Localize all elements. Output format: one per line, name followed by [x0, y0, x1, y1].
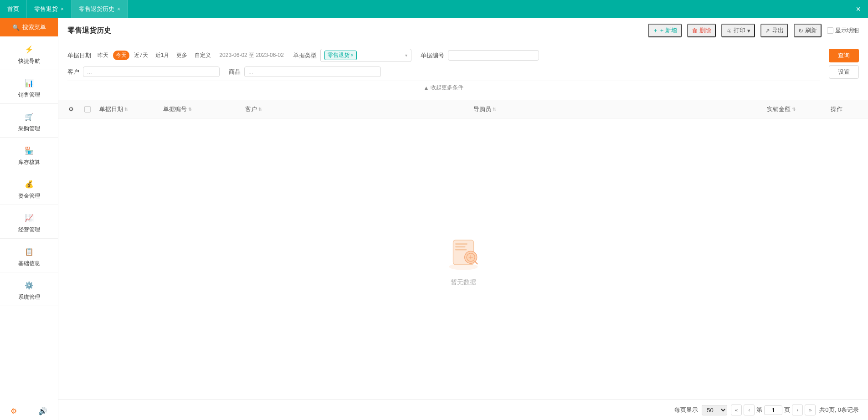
page-title: 零售退货历史	[67, 26, 111, 36]
sidebar-item-basic-info[interactable]: 📋 基础信息	[0, 239, 58, 272]
date-tab-more[interactable]: 更多	[174, 51, 190, 60]
sidebar-item-inventory[interactable]: 🏪 库存核算	[0, 138, 58, 171]
tab-home[interactable]: 首页	[0, 0, 27, 18]
tab-retail-return-history[interactable]: 零售退货历史 ×	[72, 0, 128, 18]
customer-input[interactable]: ...	[83, 67, 220, 77]
sidebar-item-basic-info-label: 基础信息	[18, 260, 40, 267]
export-button[interactable]: ↗ 导出	[760, 24, 788, 37]
sidebar-item-system[interactable]: ⚙️ 系统管理	[0, 272, 58, 306]
per-page-select[interactable]: 50 100 200	[702, 405, 727, 415]
pagination-bar: 每页显示 50 100 200 « ‹ 第 页 › » 共0页, 0条记录	[58, 400, 868, 420]
tab-home-label: 首页	[7, 5, 19, 13]
sidebar-item-quick-nav[interactable]: ⚡ 快捷导航	[0, 36, 58, 70]
sidebar-item-quick-nav-label: 快捷导航	[18, 57, 40, 65]
empty-state: 暂无数据	[58, 118, 868, 400]
sidebar-item-finance-label: 资金管理	[18, 192, 40, 200]
filter-row-2: 客户 ... 商品 ...	[67, 67, 820, 77]
delete-button[interactable]: 🗑 删除	[687, 24, 716, 37]
sales-mgmt-icon: 📊	[23, 77, 36, 89]
sidebar-item-operations[interactable]: 📈 经营管理	[0, 205, 58, 239]
page-first-button[interactable]: «	[731, 405, 742, 415]
bill-no-input[interactable]	[452, 52, 535, 59]
bill-type-tag: 零售退货 ×	[324, 51, 357, 60]
volume-icon[interactable]: 🔊	[38, 407, 47, 415]
settings-filter-button[interactable]: 设置	[829, 65, 859, 79]
main-layout: 🔍 搜索菜单 ⚡ 快捷导航 📊 销售管理 🛒 采购管理 🏪 库存核算 💰 资金管…	[0, 18, 868, 420]
svg-rect-3	[455, 246, 466, 247]
window-close-button[interactable]: ×	[848, 5, 868, 14]
select-all-checkbox[interactable]	[84, 106, 91, 113]
th-guide[interactable]: 导购员 ⇅	[470, 105, 543, 113]
print-button[interactable]: 🖨 打印 ▾	[721, 24, 755, 37]
page-number-input[interactable]	[764, 405, 782, 415]
tab-retail-return-close[interactable]: ×	[61, 6, 64, 12]
th-date[interactable]: 单据日期 ⇅	[96, 105, 159, 113]
th-billno[interactable]: 单据编号 ⇅	[159, 105, 241, 113]
toolbar-actions: ＋ + 新增 🗑 删除 🖨 打印 ▾ ↗ 导出 ↻	[648, 24, 859, 37]
th-actions-label: 操作	[831, 105, 842, 113]
date-tab-1month[interactable]: 近1月	[153, 51, 172, 60]
svg-rect-2	[455, 243, 467, 245]
sidebar-search-label: 搜索菜单	[22, 23, 46, 31]
sidebar-item-operations-label: 经营管理	[18, 226, 40, 234]
date-range-display: 2023-06-02 至 2023-06-02	[219, 51, 283, 59]
filter-group-customer: 客户 ...	[67, 67, 220, 77]
empty-illustration	[443, 232, 484, 273]
tab-retail-return[interactable]: 零售退货 ×	[27, 0, 72, 18]
refresh-button[interactable]: ↻ 刷新	[794, 24, 822, 37]
print-arrow-icon: ▾	[747, 27, 750, 34]
date-tabs: 昨天 今天 近7天 近1月 更多 自定义	[95, 51, 214, 60]
bill-type-tag-label: 零售退货	[328, 51, 349, 59]
print-icon: 🖨	[726, 27, 732, 34]
th-guide-sort-icon: ⇅	[493, 107, 496, 112]
show-detail-label: 显示明细	[835, 26, 859, 35]
bill-type-label: 单据类型	[293, 51, 317, 60]
sidebar-item-finance[interactable]: 💰 资金管理	[0, 171, 58, 205]
collapse-bar[interactable]: ▲ 收起更多条件	[67, 81, 820, 94]
refresh-icon: ↻	[798, 27, 803, 34]
empty-text: 暂无数据	[451, 278, 476, 287]
add-button[interactable]: ＋ + 新增	[648, 24, 682, 37]
delete-label: 删除	[699, 26, 711, 35]
th-checkbox[interactable]	[79, 106, 96, 113]
sidebar-bottom: ⚙ 🔊	[0, 402, 58, 420]
total-records-label: 共0页, 0条记录	[819, 406, 859, 414]
th-customer[interactable]: 客户 ⇅	[241, 105, 470, 113]
th-amount[interactable]: 实销金额 ⇅	[763, 105, 827, 113]
tab-retail-return-label: 零售退货	[34, 5, 58, 13]
query-button[interactable]: 查询	[829, 49, 859, 62]
page-last-button[interactable]: »	[805, 405, 816, 415]
goods-input[interactable]: ...	[244, 67, 381, 77]
sidebar-item-purchase-mgmt-label: 采购管理	[18, 125, 40, 133]
sidebar-item-purchase-mgmt[interactable]: 🛒 采购管理	[0, 104, 58, 138]
th-customer-label: 客户	[245, 105, 257, 113]
sidebar-item-sales-mgmt[interactable]: 📊 销售管理	[0, 70, 58, 104]
settings-bottom-icon[interactable]: ⚙	[10, 407, 17, 415]
show-detail-checkbox[interactable]	[827, 27, 833, 34]
th-customer-sort-icon: ⇅	[258, 107, 262, 112]
bill-type-tag-close[interactable]: ×	[351, 53, 354, 58]
search-icon: 🔍	[12, 24, 20, 31]
purchase-mgmt-icon: 🛒	[23, 110, 36, 123]
show-detail-wrap: 显示明细	[827, 26, 859, 35]
svg-rect-4	[455, 249, 467, 250]
system-icon: ⚙️	[23, 279, 36, 292]
inventory-icon: 🏪	[23, 144, 36, 157]
sidebar: 🔍 搜索菜单 ⚡ 快捷导航 📊 销售管理 🛒 采购管理 🏪 库存核算 💰 资金管…	[0, 18, 58, 420]
table-settings-icon[interactable]: ⚙	[68, 106, 74, 113]
page-next-button[interactable]: ›	[792, 405, 803, 415]
sidebar-search[interactable]: 🔍 搜索菜单	[0, 18, 58, 36]
th-actions: 操作	[827, 105, 863, 113]
date-tab-yesterday[interactable]: 昨天	[95, 51, 111, 60]
bill-type-select[interactable]: 零售退货 × ▾	[320, 49, 411, 62]
filter-row-1: 单据日期 昨天 今天 近7天 近1月 更多 自定义 2023-06-02 至 2…	[67, 49, 820, 62]
goods-label: 商品	[229, 68, 241, 76]
th-settings[interactable]: ⚙	[63, 106, 79, 113]
bill-type-arrow-icon: ▾	[405, 53, 407, 58]
date-tab-7days[interactable]: 近7天	[131, 51, 151, 60]
date-tab-today[interactable]: 今天	[113, 51, 129, 60]
date-tab-custom[interactable]: 自定义	[192, 51, 214, 60]
tab-retail-return-history-close[interactable]: ×	[117, 6, 120, 12]
page-prev-button[interactable]: ‹	[744, 405, 755, 415]
basic-info-icon: 📋	[23, 245, 36, 258]
